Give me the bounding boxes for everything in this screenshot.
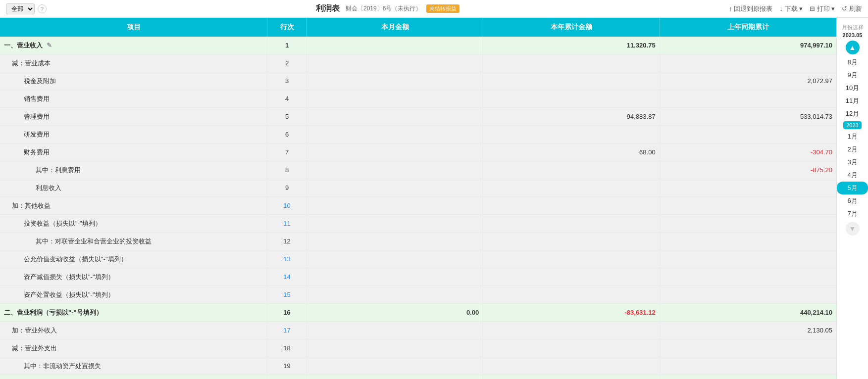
page-title: 利润表 <box>316 3 340 14</box>
table-row: 其中：对联营企业和合营企业的投资收益12 <box>0 233 836 250</box>
month-1[interactable]: 1月 <box>837 130 868 143</box>
row-month-amount: 0.00 <box>307 375 483 379</box>
nav-down-btn[interactable]: ▼ <box>846 222 860 236</box>
row-prev-amount: 2,130.05 <box>660 322 836 339</box>
row-item-name: 公允价值变动收益（损失以"-"填列） <box>0 250 267 268</box>
row-number: 12 <box>267 233 307 250</box>
row-ytd-amount <box>483 54 660 72</box>
month-sidebar: 月份选择 2023.05 ▲ 8月 9月 10月 11月 12月 2023 1月… <box>836 18 868 379</box>
report-subtitle: 财会〔2019〕6号（未执行） <box>346 4 421 13</box>
row-prev-amount <box>660 233 836 250</box>
table-header: 项目 行次 本月金额 本年累计金额 上年同期累计 <box>0 18 836 37</box>
row-ytd-amount: 94,883.87 <box>483 108 660 125</box>
row-prev-amount <box>660 126 836 143</box>
table-row: 研发费用6 <box>0 126 836 143</box>
row-prev-amount <box>660 268 836 285</box>
row-number: 11 <box>267 215 307 232</box>
refresh-btn[interactable]: ↺ 刷新 <box>842 4 862 13</box>
row-ytd-amount <box>483 197 660 214</box>
top-bar: 全部 ? 利润表 财会〔2019〕6号（未执行） 未结转损益 ↑ 回退到原报表 … <box>0 0 868 18</box>
row-item-name: 二、营业利润（亏损以"-"号填列） <box>0 304 267 321</box>
col-header-item: 项目 <box>0 18 267 37</box>
row-item-name: 减：营业成本 <box>0 54 267 72</box>
row-ytd-amount: -83,631.12 <box>483 304 660 321</box>
year-badge: 2023 <box>843 121 861 129</box>
table-area: 项目 行次 本月金额 本年累计金额 上年同期累计 一、营业收入✎111,320.… <box>0 18 836 379</box>
row-item-name: 资产减值损失（损失以"-"填列） <box>0 268 267 285</box>
table-row: 利息收入9 <box>0 179 836 197</box>
month-7[interactable]: 7月 <box>837 207 868 220</box>
row-prev-amount: 2,072.97 <box>660 72 836 90</box>
row-number: 3 <box>267 72 307 90</box>
row-month-amount <box>307 126 483 143</box>
row-prev-amount <box>660 54 836 72</box>
month-5-active[interactable]: 5月 <box>837 182 868 194</box>
scope-dropdown[interactable]: 全部 <box>6 3 35 14</box>
row-ytd-amount <box>483 286 660 303</box>
row-month-amount <box>307 54 483 72</box>
row-prev-amount: -304.70 <box>660 143 836 161</box>
main-layout: 项目 行次 本月金额 本年累计金额 上年同期累计 一、营业收入✎111,320.… <box>0 18 868 379</box>
row-item-name: 其中：非流动资产处置损失 <box>0 357 267 375</box>
col-header-prev: 上年同期累计 <box>660 18 836 37</box>
row-item-name: 研发费用 <box>0 126 267 143</box>
row-month-amount <box>307 179 483 196</box>
month-11[interactable]: 11月 <box>837 95 868 107</box>
row-ytd-amount <box>483 90 660 107</box>
table-row: 其中：利息费用8-875.20 <box>0 161 836 179</box>
row-item-name: 其中：利息费用 <box>0 161 267 179</box>
print-btn[interactable]: ⊟ 打印 ▾ <box>810 4 835 13</box>
row-month-amount: 0.00 <box>307 304 483 321</box>
row-ytd-amount <box>483 126 660 143</box>
row-month-amount <box>307 268 483 285</box>
row-ytd-amount <box>483 179 660 196</box>
row-prev-amount <box>660 250 836 268</box>
sidebar-year-display: 2023.05 <box>843 32 863 38</box>
download-btn[interactable]: ↓ 下载 ▾ <box>779 4 803 13</box>
row-number: 20 <box>267 375 307 379</box>
month-2[interactable]: 2月 <box>837 143 868 156</box>
table-row: 其中：非流动资产处置损失19 <box>0 357 836 375</box>
month-12[interactable]: 12月 <box>837 107 868 120</box>
row-ytd-amount <box>483 322 660 339</box>
back-to-original-btn[interactable]: ↑ 回退到原报表 <box>729 4 772 13</box>
month-3[interactable]: 3月 <box>837 156 868 169</box>
month-8[interactable]: 8月 <box>837 56 868 69</box>
row-ytd-amount <box>483 161 660 179</box>
month-9[interactable]: 9月 <box>837 69 868 82</box>
row-item-name: 管理费用 <box>0 108 267 125</box>
row-ytd-amount <box>483 268 660 285</box>
table-row: 加：营业外收入172,130.05 <box>0 322 836 339</box>
row-prev-amount <box>660 215 836 232</box>
row-item-name: 资产处置收益（损失以"-"填列） <box>0 286 267 303</box>
row-number: 2 <box>267 54 307 72</box>
table-row: 财务费用768.00-304.70 <box>0 143 836 161</box>
row-month-amount <box>307 143 483 161</box>
sidebar-title: 月份选择 <box>837 22 868 32</box>
table-row: 一、营业收入✎111,320.75974,997.10 <box>0 37 836 54</box>
row-ytd-amount: 11,320.75 <box>483 37 660 54</box>
row-prev-amount <box>660 339 836 357</box>
row-month-amount <box>307 161 483 179</box>
month-4[interactable]: 4月 <box>837 169 868 182</box>
table-row: 投资收益（损失以"-"填列）11 <box>0 215 836 233</box>
row-month-amount <box>307 322 483 339</box>
edit-icon[interactable]: ✎ <box>47 42 54 49</box>
table-row: 公允价值变动收益（损失以"-"填列）13 <box>0 250 836 268</box>
row-item-name: 销售费用 <box>0 90 267 107</box>
month-10[interactable]: 10月 <box>837 82 868 95</box>
row-item-name: 加：其他收益 <box>0 197 267 214</box>
row-item-name: 投资收益（损失以"-"填列） <box>0 215 267 232</box>
row-number: 19 <box>267 357 307 375</box>
row-number: 17 <box>267 322 307 339</box>
row-month-amount <box>307 72 483 90</box>
row-month-amount <box>307 37 483 54</box>
row-month-amount <box>307 233 483 250</box>
table-body: 一、营业收入✎111,320.75974,997.10减：营业成本2税金及附加3… <box>0 37 836 379</box>
month-6[interactable]: 6月 <box>837 194 868 207</box>
nav-up-btn[interactable]: ▲ <box>846 41 860 54</box>
row-number: 6 <box>267 126 307 143</box>
row-ytd-amount <box>483 215 660 232</box>
row-prev-amount: 442,344.15 <box>660 375 836 379</box>
help-icon[interactable]: ? <box>38 4 47 13</box>
